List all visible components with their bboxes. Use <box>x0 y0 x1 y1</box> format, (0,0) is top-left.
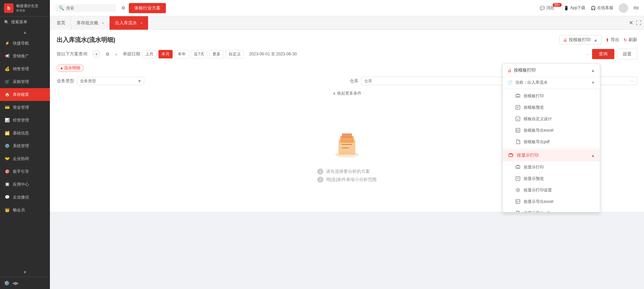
refresh-btn[interactable]: ↻ 刷新 <box>623 37 637 43</box>
tab-batch-account[interactable]: 库存批次账 × <box>71 16 110 30</box>
cooperation-icon: 🤝 <box>4 156 10 162</box>
tab-home[interactable]: 首页 <box>50 16 71 30</box>
sidebar-item-vip[interactable]: 👑 畅会员 <box>0 204 50 216</box>
sidebar-item-finance[interactable]: 💳 资金管理 <box>0 101 50 114</box>
filter-dots[interactable]: ··· <box>586 52 589 57</box>
date-filter-label: 单据日期 <box>123 51 140 57</box>
header-avatar[interactable] <box>619 3 628 13</box>
display-print-settings-icon <box>515 187 521 193</box>
dropdown-item-display-export-pdf[interactable]: 按显示导出pdf <box>503 207 600 212</box>
sidebar-item-apps[interactable]: 🔲 应用中心 <box>0 178 50 191</box>
header-online-service[interactable]: 🎧 在线客服 <box>591 5 613 11</box>
sidebar-item-sales[interactable]: 💰 销售管理 <box>0 62 50 75</box>
sidebar-logo[interactable]: b 畅捷通好生意 标准版 <box>0 0 50 17</box>
header-search-input[interactable] <box>66 6 107 10</box>
sidebar-item-label: 快捷导航 <box>13 41 29 46</box>
finance-icon: 💳 <box>4 104 10 110</box>
dropdown-item-display-export-excel[interactable]: 按显示导出excel <box>503 196 600 207</box>
tab-close-all-btn[interactable]: ✕ <box>629 20 633 26</box>
sidebar-item-operations[interactable]: 📊 经营管理 <box>0 114 50 127</box>
business-type-label: 业务类型 <box>57 78 74 84</box>
sidebar-item-inventory[interactable]: 🏠 库存核算 <box>0 88 50 101</box>
tab-flow-detail-label: 出入库流水 <box>115 20 137 26</box>
message-badge: 99+ <box>553 3 562 7</box>
tab-minimize-btn[interactable]: ⛶ <box>636 20 641 26</box>
logo-badge: 标准版 <box>16 8 38 13</box>
filter-gear-icon[interactable]: ⚙ <box>106 52 110 57</box>
collapse-more-btn[interactable]: ∧ 收起更多条件 <box>331 88 363 98</box>
header-app-download[interactable]: 📱 App下载 <box>564 5 585 11</box>
template-customize-label: 模板自定义设计 <box>524 116 552 122</box>
sidebar-item-quick-nav[interactable]: ⚡ 快捷导航 <box>0 37 50 50</box>
date-btn-this-month[interactable]: 本月 <box>158 50 173 58</box>
sidebar-item-label: 基础信息 <box>13 130 29 136</box>
sidebar-item-label: 新手引导 <box>13 169 29 175</box>
date-btn-more[interactable]: 更多 <box>209 50 224 58</box>
header-message[interactable]: 💬 消息 99+ <box>540 5 558 11</box>
settings-btn[interactable]: 设置 <box>617 49 637 59</box>
template-export-pdf-label: 按模板导出pdf <box>524 139 550 145</box>
dropdown-item-template-preview[interactable]: 按模板预览 <box>503 102 600 113</box>
sidebar-item-wechat[interactable]: 💬 企业微信 <box>0 191 50 204</box>
print-template-btn[interactable]: 🖨 按模板打印 ▲ <box>559 35 602 45</box>
top-header: 🔍 ⚙ 体验行业方案 💬 消息 99+ 📱 App下载 🎧 <box>50 0 644 16</box>
tab-flow-detail-close[interactable]: × <box>140 21 142 25</box>
date-btn-last-month[interactable]: 上月 <box>142 50 156 58</box>
sidebar-item-guide[interactable]: 🎯 新手引导 <box>0 165 50 178</box>
dropdown-item-template-export-excel[interactable]: 按模板导出excel <box>503 125 600 136</box>
svg-rect-7 <box>517 94 519 95</box>
svg-rect-13 <box>516 117 520 121</box>
tab-batch-account-close[interactable]: × <box>102 21 104 25</box>
sidebar-item-basic[interactable]: 🗂️ 基础信息 <box>0 127 50 139</box>
dropdown-item-display-preview[interactable]: 按显示预览 <box>503 173 600 184</box>
dropdown-header-up-icon[interactable]: ▲ <box>591 68 595 73</box>
date-btn-custom[interactable]: 自定义 <box>226 50 244 58</box>
sidebar-scroll-down[interactable]: ▼ <box>22 268 29 276</box>
filter-tag-item[interactable]: ● 流水明细 <box>57 64 84 72</box>
basic-icon: 🗂️ <box>4 130 10 136</box>
dropdown-item-template-customize[interactable]: 模板自定义设计 <box>503 113 600 125</box>
settings-icon[interactable]: ⚙️ <box>4 281 9 286</box>
apps-icon: 🔲 <box>4 181 10 187</box>
header-search-bar[interactable]: 🔍 <box>55 4 116 12</box>
header-gear-icon[interactable]: ⚙ <box>121 5 125 10</box>
sidebar-item-purchase[interactable]: 🛒 采购管理 <box>0 75 50 88</box>
service-label: 在线客服 <box>597 5 613 11</box>
date-btn-this-year[interactable]: 本年 <box>175 50 189 58</box>
dropdown-item-display-print[interactable]: 按显示打印 <box>503 161 600 173</box>
sidebar-item-system[interactable]: ⚙️ 系统管理 <box>0 139 50 152</box>
header-username[interactable]: Rit <box>634 6 639 10</box>
filter-add-btn[interactable]: + <box>93 50 100 58</box>
dropdown-item-template-export-pdf[interactable]: 按模板导出pdf <box>503 136 600 148</box>
display-print-section-icon <box>507 152 514 159</box>
export-btn[interactable]: ⬆ 导出 <box>606 37 619 43</box>
sidebar-item-cooperation[interactable]: 🤝 企业协同 <box>0 152 50 165</box>
dropdown-item-template-print[interactable]: 按模板打印 <box>503 90 600 102</box>
sidebar-item-marketing[interactable]: 📢 营销推广 <box>0 50 50 62</box>
tab-bar-right: ✕ ⛶ <box>629 20 644 26</box>
trial-btn[interactable]: 体验行业方案 <box>129 3 166 13</box>
search-icon: 🔍 <box>4 20 9 25</box>
svg-point-29 <box>517 189 519 191</box>
display-print-section-arrow-up: ▲ <box>591 153 595 158</box>
svg-rect-24 <box>517 167 519 168</box>
tab-bar: 首页 库存批次账 × 出入库流水 × ✕ ⛶ <box>50 16 644 30</box>
query-btn[interactable]: 查询 <box>592 49 614 59</box>
filter-collapse-icon[interactable]: « <box>115 52 117 57</box>
sidebar-search[interactable]: 🔍 搜索菜单 <box>0 17 50 28</box>
svg-rect-30 <box>516 200 520 204</box>
wechat-icon: 💬 <box>4 194 10 200</box>
sidebar-scroll-up[interactable]: ▲ <box>22 28 29 36</box>
dropdown-current-section[interactable]: 📄 当前：出入库流水 ▼ <box>503 77 600 88</box>
header-search-icon: 🔍 <box>59 5 64 10</box>
date-btn-last-7[interactable]: 近7天 <box>191 50 207 58</box>
collapse-more-label: 收起更多条件 <box>337 90 361 96</box>
display-print-section-header[interactable]: 按显示打印 ▲ <box>503 149 600 161</box>
dropdown-item-display-print-settings[interactable]: 按显示打印设置 <box>503 184 600 196</box>
page-title: 出入库流水(流水明细) <box>57 36 115 44</box>
business-type-select[interactable]: 业务类型 <box>77 77 144 85</box>
collapse-sidebar-icon[interactable]: ◀▶ <box>12 281 19 286</box>
tab-flow-detail[interactable]: 出入库流水 × <box>110 16 148 30</box>
content-wrapper: 出入库流水(流水明细) 🖨 按模板打印 ▲ ⬆ 导出 ↻ <box>50 30 644 289</box>
warehouse-dots-icon[interactable]: ··· <box>631 78 634 83</box>
